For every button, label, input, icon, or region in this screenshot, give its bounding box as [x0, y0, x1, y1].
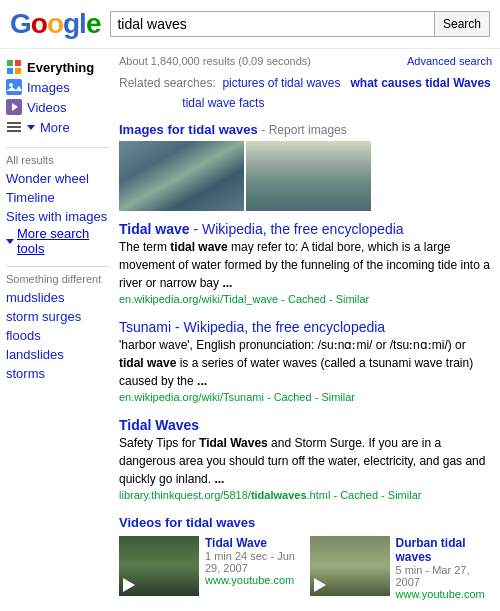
- result-2-similar[interactable]: Similar: [321, 391, 355, 403]
- more-search-tools[interactable]: More search tools: [6, 226, 109, 256]
- sidebar-item-images[interactable]: Images: [6, 77, 109, 97]
- result-2-cached[interactable]: Cached: [274, 391, 312, 403]
- videos-header: Videos for tidal waves: [119, 515, 492, 530]
- svg-point-5: [9, 83, 13, 87]
- sidebar-something-different: Something different mudslides storm surg…: [6, 273, 109, 383]
- sidebar-item-wonder-wheel[interactable]: Wonder wheel: [6, 169, 109, 188]
- header: Google Search: [0, 0, 500, 49]
- result-2-title: Tsunami - Wikipedia, the free encycloped…: [119, 319, 492, 335]
- sidebar-item-everything[interactable]: Everything: [6, 57, 109, 77]
- sidebar-item-floods[interactable]: floods: [6, 326, 109, 345]
- mudslides-link[interactable]: mudslides: [6, 290, 65, 305]
- more-link[interactable]: More: [40, 120, 70, 135]
- svg-rect-9: [7, 122, 21, 124]
- svg-rect-3: [15, 68, 21, 74]
- result-3-title: Tidal Waves: [119, 417, 492, 433]
- result-3-similar[interactable]: Similar: [388, 489, 422, 501]
- search-result-3: Tidal Waves Safety Tips for Tidal Waves …: [119, 417, 492, 501]
- svg-rect-1: [15, 60, 21, 66]
- result-3-url: library.thinkquest.org/5818/tidalwaves.h…: [119, 489, 492, 501]
- sidebar-item-sites-with-images[interactable]: Sites with images: [6, 207, 109, 226]
- result-3-snippet: Safety Tips for Tidal Waves and Storm Su…: [119, 434, 492, 488]
- play-icon-1: [123, 578, 135, 592]
- video-item-2: Durban tidal waves 5 min - Mar 27, 2007 …: [310, 536, 493, 600]
- images-icon: [6, 79, 22, 95]
- images-section: Images for tidal waves - Report images: [119, 122, 492, 211]
- video-1-link[interactable]: Tidal Wave: [205, 536, 267, 550]
- sidebar-item-storms[interactable]: storms: [6, 364, 109, 383]
- svg-rect-11: [7, 130, 21, 132]
- svg-rect-10: [7, 126, 21, 128]
- more-arrow-icon: [27, 125, 35, 130]
- result-2-link[interactable]: Tsunami - Wikipedia, the free encycloped…: [119, 319, 385, 335]
- floods-link[interactable]: floods: [6, 328, 41, 343]
- videos-icon: [6, 99, 22, 115]
- related-link-what-causes[interactable]: what causes tidal Waves: [350, 76, 490, 90]
- videos-section: Videos for tidal waves Tidal Wave 1 min …: [119, 515, 492, 600]
- video-thumb-2[interactable]: [310, 536, 390, 596]
- images-link[interactable]: Images: [27, 80, 70, 95]
- sidebar-item-mudslides[interactable]: mudslides: [6, 288, 109, 307]
- video-2-source: www.youtube.com: [396, 588, 493, 600]
- storm-surges-link[interactable]: storm surges: [6, 309, 81, 324]
- sites-with-images-link[interactable]: Sites with images: [6, 209, 107, 224]
- tidal-wave-image-1[interactable]: [119, 141, 244, 211]
- tidal-wave-image-2[interactable]: [246, 141, 371, 211]
- advanced-search-link[interactable]: Advanced search: [407, 55, 492, 67]
- video-2-meta: 5 min - Mar 27, 2007: [396, 564, 493, 588]
- search-result-1: Tidal wave - Wikipedia, the free encyclo…: [119, 221, 492, 305]
- video-thumb-1[interactable]: [119, 536, 199, 596]
- result-2-url: en.wikipedia.org/wiki/Tsunami - Cached -…: [119, 391, 492, 403]
- search-input[interactable]: [110, 11, 434, 37]
- all-results-header: All results: [6, 154, 109, 166]
- videos-row: Tidal Wave 1 min 24 sec - Jun 29, 2007 w…: [119, 536, 492, 600]
- result-1-similar[interactable]: Similar: [336, 293, 370, 305]
- search-button[interactable]: Search: [434, 11, 490, 37]
- storms-link[interactable]: storms: [6, 366, 45, 381]
- result-1-cached[interactable]: Cached: [288, 293, 326, 305]
- sidebar-divider-2: [6, 266, 109, 267]
- video-1-meta: 1 min 24 sec - Jun 29, 2007: [205, 550, 302, 574]
- something-different-header: Something different: [6, 273, 109, 285]
- images-header: Images for tidal waves - Report images: [119, 122, 492, 137]
- sidebar: Everything Images Videos More: [0, 49, 115, 611]
- result-1-url: en.wikipedia.org/wiki/Tidal_wave - Cache…: [119, 293, 492, 305]
- related-link-pictures[interactable]: pictures of tidal waves: [222, 76, 340, 90]
- sidebar-item-timeline[interactable]: Timeline: [6, 188, 109, 207]
- page-layout: Everything Images Videos More: [0, 49, 500, 611]
- related-searches-label: Related searches:: [119, 76, 216, 90]
- more-tools-arrow-icon: [6, 239, 14, 244]
- more-tools-link[interactable]: More search tools: [17, 226, 109, 256]
- sidebar-item-more[interactable]: More: [6, 117, 109, 137]
- result-stats: Advanced search About 1,840,000 results …: [119, 55, 492, 67]
- timeline-link[interactable]: Timeline: [6, 190, 55, 205]
- play-icon-2: [314, 578, 326, 592]
- wonder-wheel-link[interactable]: Wonder wheel: [6, 171, 89, 186]
- sidebar-item-videos[interactable]: Videos: [6, 97, 109, 117]
- sidebar-all-results: All results Wonder wheel Timeline Sites …: [6, 154, 109, 256]
- result-1-title: Tidal wave - Wikipedia, the free encyclo…: [119, 221, 492, 237]
- result-1-snippet: The term tidal wave may refer to: A tida…: [119, 238, 492, 292]
- sidebar-divider-1: [6, 147, 109, 148]
- everything-label: Everything: [27, 60, 94, 75]
- sidebar-item-landslides[interactable]: landslides: [6, 345, 109, 364]
- related-searches: Related searches: pictures of tidal wave…: [119, 73, 492, 114]
- more-icon: [6, 119, 22, 135]
- sidebar-item-storm-surges[interactable]: storm surges: [6, 307, 109, 326]
- result-3-cached[interactable]: Cached: [340, 489, 378, 501]
- related-link-tidal-wave-facts[interactable]: tidal wave facts: [182, 96, 264, 110]
- search-result-2: Tsunami - Wikipedia, the free encycloped…: [119, 319, 492, 403]
- result-count: About 1,840,000 results (0.09 seconds): [119, 55, 311, 67]
- landslides-link[interactable]: landslides: [6, 347, 64, 362]
- search-box-wrap: Search: [110, 11, 490, 37]
- videos-link[interactable]: Videos: [27, 100, 67, 115]
- grid-icon: [6, 59, 22, 75]
- result-3-link[interactable]: Tidal Waves: [119, 417, 199, 433]
- images-for-tidal-waves-link[interactable]: Images for tidal waves: [119, 122, 258, 137]
- svg-rect-0: [7, 60, 13, 66]
- result-1-link[interactable]: Tidal wave - Wikipedia, the free encyclo…: [119, 221, 404, 237]
- video-info-2: Durban tidal waves 5 min - Mar 27, 2007 …: [396, 536, 493, 600]
- main-content: Advanced search About 1,840,000 results …: [115, 49, 500, 611]
- video-2-link[interactable]: Durban tidal waves: [396, 536, 466, 564]
- videos-for-tidal-waves-link[interactable]: Videos for tidal waves: [119, 515, 255, 530]
